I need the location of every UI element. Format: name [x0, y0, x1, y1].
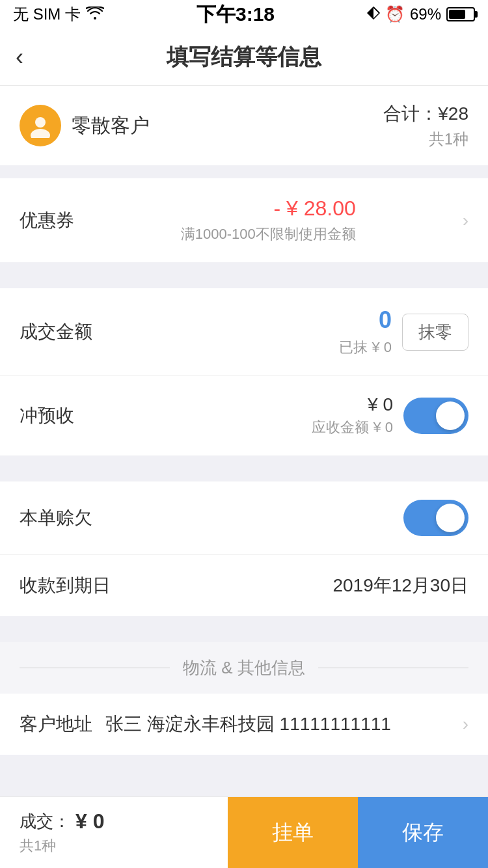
transaction-zeroed: 已抹 ¥ 0: [339, 338, 392, 357]
battery-percent: 69%: [410, 5, 441, 23]
customer-right: 合计：¥28 共1种: [383, 102, 468, 150]
debt-section: 本单赊欠 收款到期日 2019年12月30日: [0, 481, 488, 616]
coupon-discount: - ¥ 28.00: [181, 197, 356, 221]
address-section: 客户地址 张三 海淀永丰科技园 11111111111 ›: [0, 694, 488, 755]
prepayment-label: 冲预收: [20, 403, 74, 428]
coupon-label: 优惠券: [20, 208, 74, 233]
location-icon: [367, 5, 380, 23]
prepayment-amount: ¥ 0: [312, 394, 393, 415]
due-date-value: 2019年12月30日: [332, 573, 468, 598]
address-value: 张三 海淀永丰科技园 11111111111: [105, 712, 463, 737]
status-right: ⏰ 69%: [367, 5, 475, 23]
nav-bar: ‹ 填写结算等信息: [0, 29, 488, 86]
carrier-text: 无 SIM 卡: [13, 4, 81, 25]
svg-point-0: [35, 117, 46, 128]
coupon-value-group: - ¥ 28.00 满1000-100不限制使用金额: [181, 197, 356, 244]
prepayment-values: ¥ 0 应收金额 ¥ 0: [312, 394, 393, 437]
svg-point-1: [31, 129, 50, 138]
logistics-divider: 物流 & 其他信息: [0, 642, 488, 694]
summary-count: 共1种: [20, 836, 208, 856]
save-button-label: 保存: [402, 819, 444, 847]
divider-line-right: [318, 668, 468, 668]
customer-count: 共1种: [383, 129, 468, 150]
address-label: 客户地址: [20, 712, 92, 737]
transaction-value: 0: [339, 306, 392, 334]
logistics-label: 物流 & 其他信息: [183, 657, 305, 679]
transaction-row: 成交金额 0 已抹 ¥ 0 抹零: [0, 288, 488, 376]
nav-title: 填写结算等信息: [167, 42, 321, 72]
customer-name: 零散客户: [72, 113, 150, 139]
status-bar: 无 SIM 卡 下午3:18 ⏰ 69%: [0, 0, 488, 29]
prepayment-row: 冲预收 ¥ 0 应收金额 ¥ 0: [0, 376, 488, 455]
coupon-section: 优惠券 - ¥ 28.00 满1000-100不限制使用金额 ›: [0, 178, 488, 262]
hang-button[interactable]: 挂单: [228, 797, 358, 868]
save-button[interactable]: 保存: [358, 797, 488, 868]
chevron-right-icon: ›: [463, 210, 468, 231]
due-date-label: 收款到期日: [20, 573, 111, 598]
summary-top: 成交： ¥ 0: [20, 809, 208, 834]
customer-left: 零散客户: [20, 105, 150, 146]
separator-2: [0, 468, 488, 481]
alarm-icon: ⏰: [385, 5, 405, 23]
hang-button-label: 挂单: [272, 819, 314, 847]
transaction-value-group: 0 已抹 ¥ 0: [339, 306, 392, 357]
divider-line-left: [20, 668, 170, 668]
debt-row: 本单赊欠: [0, 481, 488, 555]
customer-section: 零散客户 合计：¥28 共1种: [0, 86, 488, 165]
transaction-section: 成交金额 0 已抹 ¥ 0 抹零 冲预收 ¥ 0 应收金额 ¥ 0: [0, 288, 488, 455]
address-row[interactable]: 客户地址 张三 海淀永丰科技园 11111111111 ›: [0, 694, 488, 755]
wifi-icon: [86, 5, 104, 23]
prepayment-right: ¥ 0 应收金额 ¥ 0: [312, 394, 468, 437]
prepayment-receivable: 应收金额 ¥ 0: [312, 418, 393, 437]
summary-amount: ¥ 0: [75, 809, 104, 834]
status-left: 无 SIM 卡: [13, 4, 104, 25]
zero-button[interactable]: 抹零: [402, 314, 468, 351]
debt-label: 本单赊欠: [20, 506, 92, 530]
separator-1: [0, 275, 488, 288]
transaction-right: 0 已抹 ¥ 0 抹零: [339, 306, 468, 357]
bottom-bar: 成交： ¥ 0 共1种 挂单 保存: [0, 796, 488, 868]
summary-label: 成交：: [20, 810, 70, 833]
bottom-buttons: 挂单 保存: [228, 797, 488, 868]
avatar: [20, 105, 61, 146]
transaction-label: 成交金额: [20, 319, 92, 344]
time-display: 下午3:18: [197, 1, 275, 28]
bottom-summary: 成交： ¥ 0 共1种: [0, 809, 228, 856]
back-button[interactable]: ‹: [16, 44, 23, 71]
debt-toggle[interactable]: [403, 500, 468, 536]
battery-icon: [446, 7, 475, 21]
coupon-description: 满1000-100不限制使用金额: [181, 224, 356, 244]
address-chevron-icon: ›: [463, 714, 468, 735]
prepayment-toggle[interactable]: [403, 398, 468, 434]
separator-3: [0, 629, 488, 642]
customer-total: 合计：¥28: [383, 102, 468, 126]
due-date-row: 收款到期日 2019年12月30日: [0, 555, 488, 616]
coupon-row[interactable]: 优惠券 - ¥ 28.00 满1000-100不限制使用金额 ›: [0, 178, 488, 262]
